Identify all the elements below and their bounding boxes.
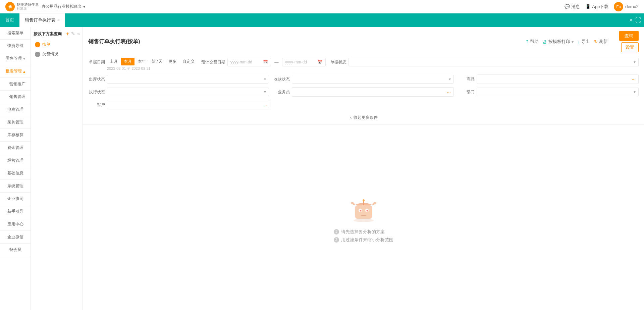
- sidebar-item-retail[interactable]: 零售管理 ▾: [0, 52, 31, 65]
- chevron-down-icon: ▾: [23, 56, 25, 61]
- out-status-select[interactable]: ▾: [107, 75, 269, 84]
- chevron-up-icon: ∧: [349, 115, 352, 120]
- collect-status-label: 收款状态: [273, 76, 290, 82]
- dept-select[interactable]: ▾: [477, 88, 639, 96]
- date-label: 单据日期: [88, 58, 105, 65]
- svg-point-5: [354, 219, 374, 222]
- pred-date-start-input[interactable]: yyyy-mm-dd 📅: [227, 58, 271, 66]
- message-icon: 💬: [565, 4, 570, 9]
- collect-status-select[interactable]: ▾: [292, 75, 454, 84]
- sidebar-item-quick-nav[interactable]: 快捷导航: [0, 40, 31, 52]
- status-select[interactable]: ▾: [348, 58, 639, 66]
- message-button[interactable]: 💬 消息: [565, 4, 580, 10]
- goods-input[interactable]: ···: [477, 74, 639, 84]
- query-button[interactable]: 查询: [619, 31, 639, 41]
- sidebar-item-operations[interactable]: 经营管理: [0, 154, 31, 167]
- salesman-dots-icon: ···: [447, 89, 451, 95]
- date-tab-this-month[interactable]: 本月: [121, 58, 135, 65]
- date-tab-custom[interactable]: 自定义: [180, 58, 197, 65]
- export-button[interactable]: ↓ 导出: [578, 39, 590, 45]
- empty-illustration: [347, 190, 380, 225]
- goods-label: 商品: [458, 76, 475, 82]
- hint-number-1: 1: [334, 229, 339, 235]
- salesman-input[interactable]: ···: [292, 87, 454, 97]
- user-menu[interactable]: Ea demo2: [614, 2, 639, 11]
- sidebar-item-member[interactable]: 畅会员: [0, 244, 31, 256]
- svg-text:畅: 畅: [8, 5, 12, 9]
- sidebar-item-inventory[interactable]: 库存核算: [0, 129, 31, 142]
- logo-text: 畅捷通好生意 标准版: [17, 2, 39, 11]
- sidebar-item-wholesale[interactable]: 批发管理 ▴: [0, 65, 31, 78]
- empty-state: 1 请先选择要分析的方案 2 用过滤条件来缩小分析范围: [83, 125, 644, 310]
- left-panel: 按以下方案查询 + ✎ « 按单 欠货情况: [31, 27, 83, 310]
- breadcrumb[interactable]: 办公用品行业模拟账套 ▾: [42, 4, 85, 9]
- goods-cell: 商品 ···: [458, 74, 639, 84]
- print-arrow-icon: ▾: [572, 39, 574, 44]
- exec-status-select[interactable]: ▾: [107, 88, 269, 96]
- scheme-item-backorder[interactable]: 欠货情况: [31, 49, 83, 59]
- customer-dots-icon: ···: [263, 102, 267, 107]
- sidebar-item-newbie[interactable]: 新手引导: [0, 205, 31, 218]
- help-button[interactable]: ? 帮助: [526, 39, 538, 45]
- scheme-icon-order: [35, 42, 40, 47]
- tab-close-icon[interactable]: ×: [57, 18, 60, 22]
- sidebar-item-ecommerce[interactable]: 电商管理: [0, 103, 31, 116]
- sidebar-item-apps[interactable]: 应用中心: [0, 218, 31, 231]
- date-tabs: 上月 本月 本年 近7天 更多 自定义: [107, 58, 197, 65]
- status-chevron-icon: ▾: [634, 60, 636, 64]
- sidebar-item-search[interactable]: 搜索菜单: [0, 27, 31, 40]
- tab-sales-order[interactable]: 销售订单执行表 ×: [19, 13, 65, 27]
- sidebar-item-marketing[interactable]: 营销推广: [0, 78, 31, 91]
- tab-bar: 首页 销售订单执行表 × × ⛶: [0, 13, 644, 27]
- scheme-item-order[interactable]: 按单: [31, 40, 83, 49]
- avatar: Ea: [614, 2, 623, 11]
- sidebar-item-finance[interactable]: 资金管理: [0, 142, 31, 154]
- tab-home[interactable]: 首页: [0, 13, 19, 27]
- goods-dots-icon: ···: [632, 76, 636, 82]
- svg-point-4: [37, 53, 39, 55]
- date-tab-last-month[interactable]: 上月: [107, 58, 120, 65]
- exec-status-chevron-icon: ▾: [264, 90, 266, 94]
- refresh-icon: ↻: [594, 39, 598, 44]
- add-scheme-icon[interactable]: +: [66, 31, 69, 37]
- page-title: 销售订单执行表(按单): [88, 38, 140, 45]
- date-tab-7days[interactable]: 近7天: [149, 58, 165, 65]
- status-group: 单据状态 ▾: [330, 58, 639, 66]
- filter-row-2: 出库状态 ▾ 收款状态 ▾ 商品 ···: [88, 74, 639, 84]
- sidebar-item-wechat[interactable]: 企业微信: [0, 231, 31, 244]
- collect-status-cell: 收款状态 ▾: [273, 74, 454, 84]
- edit-scheme-icon[interactable]: ✎: [71, 31, 75, 37]
- salesman-label: 业务员: [273, 89, 290, 95]
- calendar-icon-1: 📅: [263, 60, 268, 64]
- salesman-cell: 业务员 ···: [273, 87, 454, 97]
- date-tab-more[interactable]: 更多: [166, 58, 179, 65]
- filter-row-1: 单据日期 上月 本月 本年 近7天 更多 自定义 2023-03-01 至 20…: [88, 58, 639, 71]
- app-download-button[interactable]: 📱 App下载: [585, 4, 608, 10]
- filter-row-3: 执行状态 ▾ 业务员 ··· 部门 ▾: [88, 87, 639, 97]
- right-content: 销售订单执行表(按单) ? 帮助 🖨 按模板打印 ▾ ↓ 导出: [83, 27, 644, 310]
- sidebar-item-enterprise[interactable]: 企业协同: [0, 193, 31, 205]
- hint-number-2: 2: [334, 237, 339, 243]
- sidebar-item-basic-info[interactable]: 基础信息: [0, 167, 31, 180]
- date-range-display: 2023-03-01 至 2023-03-31: [107, 66, 197, 71]
- minimize-icon[interactable]: ×: [629, 17, 633, 24]
- exec-status-label: 执行状态: [88, 89, 105, 95]
- customer-label: 客户: [88, 102, 105, 108]
- download-icon: 📱: [585, 4, 591, 9]
- refresh-button[interactable]: ↻ 刷新: [594, 39, 608, 45]
- expand-icon[interactable]: ⛶: [635, 17, 641, 24]
- print-button[interactable]: 🖨 按模板打印 ▾: [543, 39, 574, 45]
- collapse-more-button[interactable]: ∧ 收起更多条件: [88, 113, 639, 123]
- settings-button[interactable]: 设置: [621, 42, 639, 52]
- sidebar-item-purchase[interactable]: 采购管理: [0, 116, 31, 129]
- sidebar-item-sales[interactable]: 销售管理: [0, 91, 31, 103]
- date-tab-this-year[interactable]: 本年: [135, 58, 149, 65]
- sidebar-item-system[interactable]: 系统管理: [0, 180, 31, 193]
- dept-label: 部门: [458, 89, 475, 95]
- pred-date-group: 预计交货日期 yyyy-mm-dd 📅 — yyyy-mm-dd 📅: [201, 58, 326, 66]
- pred-date-end-input[interactable]: yyyy-mm-dd 📅: [282, 58, 326, 66]
- customer-input[interactable]: ···: [107, 100, 270, 109]
- svg-rect-6: [355, 205, 372, 219]
- help-icon: ?: [526, 39, 528, 44]
- collapse-panel-icon[interactable]: «: [77, 31, 80, 37]
